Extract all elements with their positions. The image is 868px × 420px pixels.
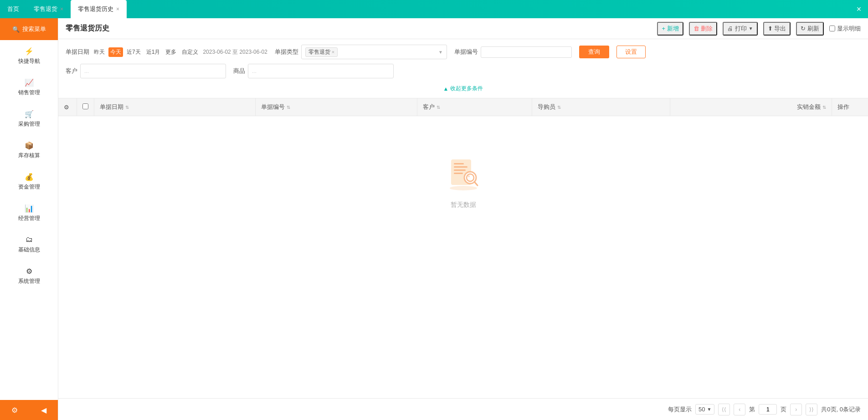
window-close-button[interactable]: × (850, 0, 868, 18)
export-button[interactable]: ⬆ 导出 (763, 22, 791, 36)
th-date[interactable]: 单据日期 ⇅ (94, 98, 256, 116)
page-input[interactable] (759, 404, 777, 415)
sidebar-item-sales-label: 销售管理 (18, 89, 40, 97)
content-area: 零售退货历史 + 新增 🗑 删除 🖨 打印 ▼ ⬆ 导出 ↻ 刷新 (58, 18, 868, 420)
page-header: 零售退货历史 + 新增 🗑 删除 🖨 打印 ▼ ⬆ 导出 ↻ 刷新 (58, 18, 868, 39)
svg-point-0 (450, 186, 477, 190)
page-prev-button[interactable]: ‹ (734, 404, 745, 415)
page-next-button[interactable]: › (790, 404, 802, 415)
basic-info-icon: 🗂 (25, 235, 34, 244)
page-first-button[interactable]: ⟨⟨ (718, 404, 730, 415)
sidebar-search[interactable]: 🔍 搜索菜单 (0, 18, 58, 40)
tab-retail-return[interactable]: 零售退货 × (26, 0, 71, 18)
date-opt-today[interactable]: 今天 (108, 47, 123, 57)
filter-settings-button[interactable]: 设置 (616, 46, 646, 58)
date-opt-more[interactable]: 更多 (164, 47, 178, 57)
doc-type-dropdown-icon: ▼ (438, 50, 443, 55)
th-date-sort[interactable]: ⇅ (125, 105, 129, 110)
refresh-button[interactable]: ↻ 刷新 (796, 22, 824, 36)
doc-type-label: 单据类型 (275, 48, 298, 56)
date-opt-7days[interactable]: 近7天 (125, 47, 143, 57)
delete-button-label: 🗑 删除 (693, 25, 713, 33)
th-action-label: 操作 (837, 103, 849, 110)
sidebar-item-quick-nav-label: 快捷导航 (18, 57, 40, 65)
sidebar-nav: ⚡ 快捷导航 📈 销售管理 🛒 采购管理 📦 库存核算 💰 资金管理 📊 (0, 40, 58, 400)
th-customer-sort[interactable]: ⇅ (437, 105, 440, 110)
top-bar: 首页 零售退货 × 零售退货历史 × × (0, 0, 868, 18)
sidebar-item-system[interactable]: ⚙ 系统管理 (0, 260, 58, 292)
purchase-icon: 🛒 (25, 109, 34, 118)
refresh-button-label: ↻ 刷新 (801, 25, 819, 33)
date-opt-custom[interactable]: 自定义 (180, 47, 200, 57)
sidebar-item-finance[interactable]: 💰 资金管理 (0, 166, 58, 197)
empty-text: 暂无数据 (451, 201, 476, 209)
sidebar-item-sales[interactable]: 📈 销售管理 (0, 72, 58, 103)
th-amount-sort[interactable]: ⇅ (822, 105, 826, 110)
date-filter-label: 单据日期 (66, 48, 89, 56)
sidebar: 🔍 搜索菜单 ⚡ 快捷导航 📈 销售管理 🛒 采购管理 📦 库存核算 💰 (0, 18, 58, 420)
page-size-select[interactable]: 50 ▼ (695, 404, 714, 415)
th-amount[interactable]: 实销金额 ⇅ (670, 98, 832, 116)
sidebar-item-purchase-label: 采购管理 (18, 120, 40, 128)
goods-select[interactable]: ... (248, 64, 394, 78)
total-label: 共0页, 0条记录 (821, 405, 861, 414)
doc-type-tag-close[interactable]: × (332, 49, 334, 55)
operations-icon: 📊 (25, 204, 34, 213)
page-last-button[interactable]: ⟩⟩ (806, 404, 817, 415)
th-customer[interactable]: 客户 ⇅ (417, 98, 532, 116)
select-all-checkbox[interactable] (82, 103, 88, 109)
sidebar-item-purchase[interactable]: 🛒 采购管理 (0, 103, 58, 134)
tab-retail-return-history[interactable]: 零售退货历史 × (71, 0, 127, 18)
th-doc-no-sort[interactable]: ⇅ (287, 105, 290, 110)
doc-type-tag-label: 零售退货 (308, 48, 330, 56)
new-button-label: + 新增 (662, 25, 678, 33)
doc-no-label: 单据编号 (454, 48, 478, 56)
sidebar-item-inventory-label: 库存核算 (18, 152, 40, 159)
sidebar-item-basic-info[interactable]: 🗂 基础信息 (0, 229, 58, 260)
th-settings[interactable]: ⚙ (58, 98, 77, 116)
delete-button[interactable]: 🗑 删除 (689, 22, 718, 36)
sidebar-item-inventory[interactable]: 📦 库存核算 (0, 134, 58, 166)
sidebar-item-operations[interactable]: 📊 经营管理 (0, 197, 58, 229)
tab-retail-return-history-close[interactable]: × (116, 6, 119, 12)
th-action: 操作 (832, 98, 868, 116)
sales-icon: 📈 (25, 78, 34, 87)
th-guide-sort[interactable]: ⇅ (557, 105, 561, 110)
date-filter-group: 单据日期 昨天 今天 近7天 近1月 更多 自定义 2023-06-02 至 2… (66, 47, 267, 57)
th-guide[interactable]: 导购员 ⇅ (532, 98, 670, 116)
export-button-label: ⬆ 导出 (768, 25, 786, 33)
show-detail-checkbox[interactable] (829, 26, 835, 31)
sidebar-item-quick-nav[interactable]: ⚡ 快捷导航 (0, 40, 58, 72)
show-detail-toggle[interactable]: 显示明细 (829, 25, 861, 33)
svg-point-9 (468, 175, 470, 177)
print-button[interactable]: 🖨 打印 ▼ (723, 22, 758, 36)
data-table: ⚙ 单据日期 ⇅ 单据编号 (58, 98, 868, 227)
th-doc-no-label: 单据编号 (261, 103, 285, 111)
doc-type-select[interactable]: 零售退货 × ▼ (301, 45, 447, 59)
doc-no-input[interactable] (481, 46, 572, 58)
customer-label: 客户 (66, 67, 77, 75)
date-opt-yesterday[interactable]: 昨天 (92, 47, 107, 57)
sidebar-settings-icon[interactable]: ⚙ (11, 406, 18, 415)
header-actions: + 新增 🗑 删除 🖨 打印 ▼ ⬆ 导出 ↻ 刷新 显示明细 (657, 22, 861, 36)
pagination-bar: 每页显示 50 ▼ ⟨⟨ ‹ 第 页 › ⟩⟩ 共0页, 0条记录 (58, 398, 868, 420)
filter-area: 单据日期 昨天 今天 近7天 近1月 更多 自定义 2023-06-02 至 2… (58, 39, 868, 98)
query-button[interactable]: 查询 (579, 46, 609, 58)
tab-home[interactable]: 首页 (0, 0, 26, 18)
sidebar-item-operations-label: 经营管理 (18, 215, 40, 222)
tab-retail-return-close[interactable]: × (60, 6, 63, 12)
date-options: 昨天 今天 近7天 近1月 更多 自定义 (92, 47, 200, 57)
system-icon: ⚙ (25, 266, 34, 276)
sidebar-collapse-icon[interactable]: ◀ (41, 406, 46, 415)
filter-settings-label: 设置 (625, 48, 637, 55)
customer-select[interactable]: ... (80, 64, 226, 78)
doc-type-tag: 零售退货 × (305, 47, 338, 57)
th-checkbox[interactable] (77, 98, 94, 116)
query-button-label: 查询 (588, 48, 600, 55)
new-button[interactable]: + 新增 (657, 22, 683, 36)
th-doc-no[interactable]: 单据编号 ⇅ (256, 98, 417, 116)
tab-home-label: 首页 (7, 5, 19, 13)
date-opt-1month[interactable]: 近1月 (144, 47, 162, 57)
collapse-filter-button[interactable]: ▲ 收起更多条件 (438, 83, 489, 94)
filter-row-2: 客户 ... 商品 ... (66, 64, 861, 78)
